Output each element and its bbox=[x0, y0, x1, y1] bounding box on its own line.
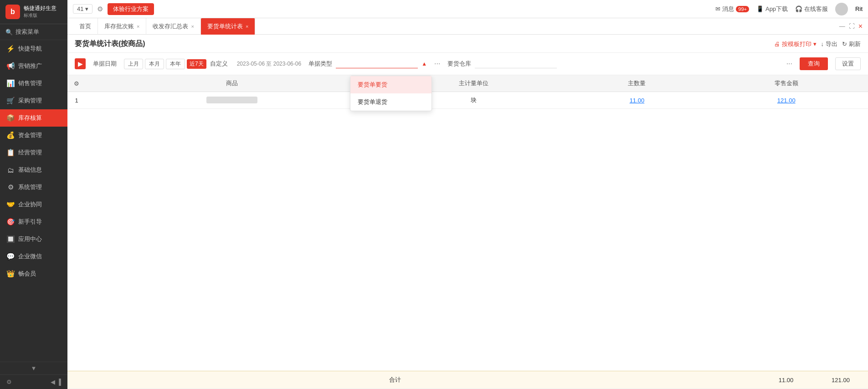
sidebar-item-label: 企业微信 bbox=[18, 252, 42, 261]
print-icon: 🖨 bbox=[774, 41, 780, 47]
basic-icon: 🗂 bbox=[6, 166, 15, 174]
tab-order-stat-close[interactable]: × bbox=[246, 24, 248, 29]
warehouse-more-icon[interactable]: ··· bbox=[786, 60, 792, 68]
main-area: 41 ▾ ⚙ 体验行业方案 ✉ 消息 99+ 📱 App下载 🎧 在线客服 Ri… bbox=[67, 0, 868, 389]
guide-icon: 🎯 bbox=[6, 218, 15, 226]
sidebar-search[interactable]: 🔍 搜索菜单 bbox=[0, 24, 67, 40]
tab-collect-report[interactable]: 收发存汇总表 × bbox=[146, 18, 200, 35]
this-month-button[interactable]: 本月 bbox=[145, 59, 164, 69]
avatar[interactable] bbox=[835, 3, 848, 15]
message-icon: ✉ bbox=[715, 5, 720, 12]
col-settings[interactable]: ⚙ bbox=[67, 75, 86, 92]
sidebar-item-finance[interactable]: 💰 资金管理 bbox=[0, 127, 67, 144]
settings-button[interactable]: 设置 bbox=[835, 57, 861, 70]
custom-date-button[interactable]: 自定义 bbox=[210, 60, 228, 68]
warehouse-filter-input[interactable] bbox=[475, 59, 557, 68]
sidebar-item-operation[interactable]: 📋 经营管理 bbox=[0, 144, 67, 161]
refresh-button[interactable]: ↻ 刷新 bbox=[842, 40, 861, 48]
sidebar-item-marketing[interactable]: 📢 营销推广 bbox=[0, 57, 67, 75]
cell-product: 商品名称 bbox=[86, 92, 378, 109]
sidebar-item-label: 营销推广 bbox=[18, 62, 42, 70]
print-button[interactable]: 🖨 按模板打印 ▾ bbox=[774, 40, 817, 48]
type-dropdown-menu: 要货单要货 要货单退货 bbox=[350, 76, 432, 111]
tab-order-stat[interactable]: 要货单统计表 × bbox=[201, 18, 255, 35]
query-button[interactable]: 查询 bbox=[800, 57, 828, 70]
sidebar-item-purchase[interactable]: 🛒 采购管理 bbox=[0, 92, 67, 109]
sidebar-item-appstore[interactable]: 🔲 应用中心 bbox=[0, 230, 67, 248]
tab-home-label: 首页 bbox=[79, 22, 91, 31]
sidebar-item-vip[interactable]: 👑 畅会员 bbox=[0, 265, 67, 282]
app-download-button[interactable]: 📱 App下载 bbox=[756, 5, 788, 13]
tab-collect-report-label: 收发存汇总表 bbox=[153, 22, 188, 31]
data-table: ⚙ 商品 主计量单位 主数量 零售金额 1 商品名称 块 11.00 bbox=[67, 75, 868, 109]
sidebar-item-system[interactable]: ⚙ 系统管理 bbox=[0, 179, 67, 196]
sidebar-item-enterprise[interactable]: 🤝 企业协同 bbox=[0, 196, 67, 213]
sidebar-scroll-down[interactable]: ▼ bbox=[0, 362, 67, 374]
purchase-icon: 🛒 bbox=[6, 97, 15, 105]
type-filter-input[interactable] bbox=[336, 59, 418, 68]
table-container: ⚙ 商品 主计量单位 主数量 零售金额 1 商品名称 块 11.00 bbox=[67, 75, 868, 371]
summary-spacer bbox=[67, 371, 86, 389]
quick-nav-icon: ⚡ bbox=[6, 45, 15, 53]
col-product: 商品 bbox=[86, 75, 378, 92]
messages-button[interactable]: ✉ 消息 99+ bbox=[715, 5, 749, 13]
sidebar-item-sales[interactable]: 📊 销售管理 bbox=[0, 75, 67, 92]
minimize-icon[interactable]: — bbox=[839, 23, 845, 30]
store-selector[interactable]: 41 ▾ bbox=[73, 4, 92, 14]
tab-collect-report-close[interactable]: × bbox=[191, 24, 194, 29]
brand-name: 畅捷通好生意 bbox=[24, 5, 56, 12]
refresh-icon: ↻ bbox=[842, 41, 847, 47]
dropdown-item-return[interactable]: 要货单退货 bbox=[350, 93, 431, 111]
sidebar-item-guide[interactable]: 🎯 新手引导 bbox=[0, 213, 67, 230]
sidebar-item-label: 基础信息 bbox=[18, 166, 42, 174]
logo-icon: b bbox=[5, 5, 20, 19]
last-month-button[interactable]: 上月 bbox=[124, 59, 143, 69]
product-name-blurred: 商品名称 bbox=[206, 97, 257, 103]
close-icon[interactable]: × bbox=[858, 22, 863, 31]
sidebar-item-label: 畅会员 bbox=[18, 270, 36, 278]
sidebar-item-label: 企业协同 bbox=[18, 200, 42, 209]
sidebar-item-label: 系统管理 bbox=[18, 183, 42, 191]
inventory-icon: 📦 bbox=[6, 114, 15, 122]
cell-amount[interactable]: 121.00 bbox=[705, 92, 868, 109]
collapse-icon[interactable]: ◀ ▐ bbox=[51, 379, 61, 385]
this-year-button[interactable]: 本年 bbox=[166, 59, 185, 69]
sidebar-item-quick-nav[interactable]: ⚡ 快捷导航 bbox=[0, 40, 67, 57]
enterprise-icon: 🤝 bbox=[6, 200, 15, 209]
filter-toggle-button[interactable]: ▶ bbox=[75, 58, 86, 69]
trial-button[interactable]: 体验行业方案 bbox=[108, 3, 154, 15]
settings-icon[interactable]: ⚙ bbox=[6, 379, 12, 385]
more-filters-icon[interactable]: ··· bbox=[434, 60, 440, 68]
topbar-gear-icon[interactable]: ⚙ bbox=[97, 5, 103, 13]
sidebar-item-basic[interactable]: 🗂 基础信息 bbox=[0, 161, 67, 179]
summary-label: 合计 bbox=[86, 371, 704, 389]
operation-icon: 📋 bbox=[6, 148, 15, 157]
tab-batch-account[interactable]: 库存批次账 × bbox=[98, 18, 146, 35]
warehouse-filter-group: 要货仓库 bbox=[447, 59, 557, 68]
recent-7-days-badge[interactable]: 近7天 bbox=[187, 59, 206, 69]
export-icon: ↓ bbox=[821, 41, 824, 47]
tab-batch-account-close[interactable]: × bbox=[137, 24, 139, 29]
date-range-display: 2023-05-06 至 2023-06-06 bbox=[237, 60, 301, 68]
appstore-icon: 🔲 bbox=[6, 235, 15, 243]
export-label: 导出 bbox=[826, 40, 837, 48]
sidebar-item-label: 应用中心 bbox=[18, 235, 42, 243]
sidebar-item-label: 库存核算 bbox=[18, 114, 42, 122]
cell-quantity[interactable]: 11.00 bbox=[569, 92, 704, 109]
tab-batch-account-label: 库存批次账 bbox=[104, 22, 134, 31]
online-service-button[interactable]: 🎧 在线客服 bbox=[795, 5, 828, 13]
maximize-icon[interactable]: ⛶ bbox=[849, 23, 855, 30]
wechat-icon: 💬 bbox=[6, 252, 15, 261]
summary-row: 合计 11.00 121.00 bbox=[67, 371, 868, 389]
search-label: 搜索菜单 bbox=[15, 28, 39, 36]
tab-home[interactable]: 首页 bbox=[73, 18, 98, 35]
sidebar-item-label: 采购管理 bbox=[18, 97, 42, 105]
filter-bar: ▶ 单据日期 上月 本月 本年 近7天 自定义 2023-05-06 至 202… bbox=[67, 53, 868, 75]
sidebar-item-wechat[interactable]: 💬 企业微信 bbox=[0, 248, 67, 265]
type-dropdown-up-icon[interactable]: ▲ bbox=[421, 61, 427, 67]
sidebar-item-inventory[interactable]: 📦 库存核算 bbox=[0, 109, 67, 127]
export-button[interactable]: ↓ 导出 bbox=[821, 40, 838, 48]
dropdown-item-order[interactable]: 要货单要货 bbox=[350, 76, 431, 93]
sidebar-item-label: 资金管理 bbox=[18, 131, 42, 139]
user-name: Rit bbox=[855, 5, 863, 12]
